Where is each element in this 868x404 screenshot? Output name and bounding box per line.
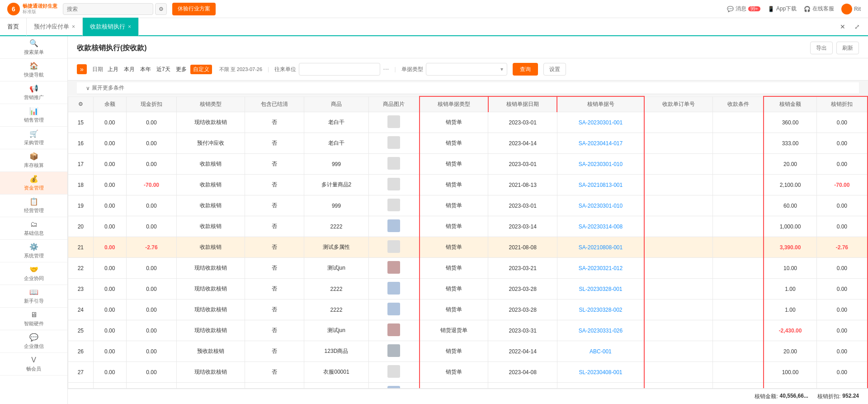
cell-goods-img — [368, 362, 420, 383]
service-icon: 🎧 — [804, 6, 811, 12]
sidebar-item-finance-label: 资金管理 — [24, 185, 44, 191]
table-container[interactable]: ⚙ 余额 现金折扣 核销类型 包含已结清 商品 商品图片 核销单据类型 核销单据… — [68, 96, 868, 388]
col-receipt-cond: 收款条件 — [713, 96, 764, 112]
service-item[interactable]: 🎧 在线客服 — [804, 5, 834, 13]
tab-prepay-close[interactable]: × — [72, 24, 75, 30]
partner-dots[interactable]: ··· — [383, 65, 389, 73]
cell-goods: 2222 — [304, 299, 368, 320]
sidebar-item-member[interactable]: V 畅会员 — [0, 353, 67, 375]
cell-goods-img — [368, 216, 420, 237]
cell-bill-type: 销货单 — [420, 237, 488, 258]
sidebar-item-inventory[interactable]: 📦 库存核算 — [0, 149, 67, 172]
table-row: 16 0.00 0.00 预付冲应收 否 老白干 销货单 2023-04-14 … — [68, 133, 868, 154]
tab-bar: 首页 预付冲应付单 × 收款核销执行 × ✕ ⤢ — [0, 18, 868, 36]
col-settings[interactable]: ⚙ — [68, 96, 94, 112]
cell-bill-type: 销货单 — [420, 175, 488, 195]
tab-prepay[interactable]: 预付冲应付单 × — [27, 18, 83, 36]
tab-receipt[interactable]: 收款核销执行 × — [83, 18, 139, 36]
bill-no-link[interactable]: SL-20230408-001 — [579, 369, 622, 375]
expand-conditions[interactable]: ∨ 展开更多条件 — [77, 82, 859, 94]
gear-icon[interactable]: ⚙ — [155, 3, 167, 15]
sidebar-item-marketing[interactable]: 📢 营销推广 — [0, 81, 67, 104]
content-area: 收款核销执行(按收款) 导出 刷新 » 日期 上月 本月 本年 近7天 更多 自… — [68, 36, 868, 404]
date-opt-more[interactable]: 更多 — [174, 65, 189, 74]
cell-id: 28 — [68, 383, 94, 389]
company-icon: 🤝 — [29, 265, 38, 274]
cell-cancel-discount: 0.00 — [816, 383, 868, 389]
date-opt-7days[interactable]: 近7天 — [155, 65, 172, 74]
cell-id: 17 — [68, 154, 94, 175]
cell-goods: 2222 — [304, 279, 368, 299]
cell-cancel-discount: 0.00 — [816, 362, 868, 383]
refresh-button[interactable]: 刷新 — [836, 42, 859, 54]
cell-discount: 0.00 — [126, 299, 177, 320]
bill-no-link[interactable]: SA-20230414-017 — [579, 140, 623, 147]
bill-no-link[interactable]: SA-20230301-010 — [579, 161, 623, 167]
tab-close-all-button[interactable]: ✕ — [837, 21, 848, 32]
bill-type-select[interactable]: ▾ — [426, 63, 507, 76]
sidebar-item-hardware[interactable]: 🖥 智能硬件 — [0, 308, 67, 330]
bill-no-link[interactable]: SA-20230314-008 — [579, 223, 623, 230]
cell-goods-img — [368, 154, 420, 175]
sidebar-item-wechat[interactable]: 💬 企业微信 — [0, 330, 67, 353]
query-button[interactable]: 查询 — [513, 63, 538, 76]
bill-no-link[interactable]: SA-20230331-026 — [579, 328, 623, 334]
sidebar-item-member-label: 畅会员 — [26, 366, 41, 372]
cell-balance: 0.00 — [93, 195, 126, 216]
sidebar-item-quick-label: 快捷导航 — [24, 71, 44, 78]
bill-no-link[interactable]: SL-20230328-002 — [579, 307, 622, 313]
tab-expand-button[interactable]: ⤢ — [852, 21, 863, 32]
bill-no-link[interactable]: SA-20230321-012 — [579, 265, 623, 271]
date-opt-last-month[interactable]: 上月 — [106, 65, 120, 74]
date-opt-this-year[interactable]: 本年 — [138, 65, 153, 74]
date-opt-this-month[interactable]: 本月 — [122, 65, 137, 74]
user-item[interactable]: Rit — [841, 4, 861, 14]
bill-no-link[interactable]: SA-20210813-001 — [579, 182, 623, 188]
cell-type: 现结收款核销 — [177, 112, 245, 133]
cell-goods: 测试jun — [304, 258, 368, 279]
sidebar-item-finance[interactable]: 💰 资金管理 — [0, 172, 67, 195]
sidebar-item-sales[interactable]: 📊 销售管理 — [0, 104, 67, 127]
bill-no-link[interactable]: SA-20230301-001 — [579, 119, 623, 126]
setting-button[interactable]: 设置 — [543, 63, 566, 76]
message-item[interactable]: 💬 消息 99+ — [727, 5, 760, 13]
sidebar-item-company[interactable]: 🤝 企业协同 — [0, 262, 67, 285]
cell-receipt-cond — [713, 279, 764, 299]
message-icon: 💬 — [727, 6, 734, 12]
cell-receipt-cond — [713, 362, 764, 383]
search-area: ⚙ — [63, 3, 167, 15]
search-input[interactable] — [63, 3, 153, 15]
sidebar-item-guide[interactable]: 📖 新手引导 — [0, 285, 67, 308]
cell-cancel-amount: 360.00 — [764, 112, 816, 133]
cell-settled: 否 — [245, 216, 304, 237]
logo-badge: 标准版 — [23, 9, 57, 14]
bill-no-link[interactable]: SA-20230301-010 — [579, 203, 623, 209]
tab-receipt-close[interactable]: × — [128, 24, 131, 30]
sidebar-item-marketing-label: 营销推广 — [24, 94, 44, 101]
wechat-icon: 💬 — [29, 333, 38, 342]
expand-label: 展开更多条件 — [92, 84, 124, 92]
bill-no-link[interactable]: SL-20230328-001 — [579, 286, 622, 292]
sidebar-item-basic[interactable]: 🗂 基础信息 — [0, 217, 67, 240]
export-button[interactable]: 导出 — [810, 42, 833, 54]
app-download-item[interactable]: 📱 App下载 — [768, 5, 797, 13]
sidebar-item-system[interactable]: ⚙️ 系统管理 — [0, 240, 67, 262]
sidebar-item-search[interactable]: 🔍 搜索菜单 — [0, 36, 67, 59]
partner-input[interactable] — [299, 63, 380, 76]
date-custom-btn[interactable]: 自定义 — [190, 65, 212, 74]
sidebar-item-quick[interactable]: 🏠 快捷导航 — [0, 59, 67, 81]
tab-home[interactable]: 首页 — [0, 18, 27, 36]
cell-settled: 否 — [245, 258, 304, 279]
sidebar-item-purchase[interactable]: 🛒 采购管理 — [0, 127, 67, 149]
cell-cancel-discount: 0.00 — [816, 341, 868, 362]
cell-bill-no: SL-20230328-002 — [557, 299, 644, 320]
industry-button[interactable]: 休验行业方案 — [172, 3, 216, 15]
avatar — [841, 4, 852, 14]
cell-receipt-order — [644, 216, 713, 237]
bill-no-link[interactable]: ABC-001 — [590, 348, 612, 355]
cell-receipt-order — [644, 175, 713, 195]
bill-no-link[interactable]: SA-20210808-001 — [579, 244, 623, 251]
cell-bill-no: SA-20210808-001 — [557, 237, 644, 258]
sidebar-item-business[interactable]: 📋 经营管理 — [0, 195, 67, 217]
expand-button[interactable]: » — [77, 64, 87, 74]
